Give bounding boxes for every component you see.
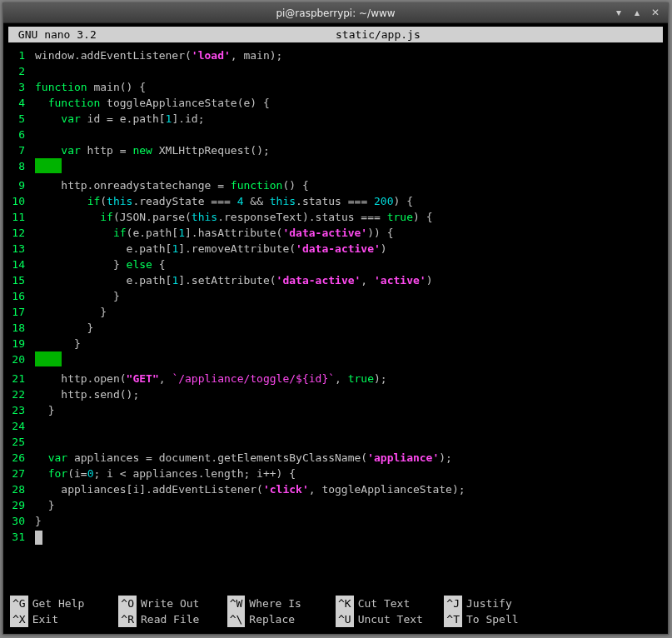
line-number: 2 — [8, 63, 27, 79]
code-text: } — [35, 320, 663, 336]
code-text — [35, 529, 663, 545]
shortcut-item[interactable]: ^WWhere Is — [227, 596, 336, 611]
terminal-body[interactable]: GNU nano 3.2 static/app.js 1 window.addE… — [3, 23, 668, 634]
code-text: } — [35, 336, 663, 351]
code-line: 30 } — [8, 513, 663, 529]
shortcut-key: ^X — [10, 611, 28, 627]
line-number: 21 — [8, 371, 27, 386]
gutter-separator — [27, 257, 35, 272]
code-text — [35, 434, 663, 450]
code-line: 25 — [8, 434, 663, 450]
code-text: http.open("GET", `/appliance/toggle/${id… — [35, 371, 663, 386]
code-text: function main() { — [35, 79, 663, 95]
code-line: 15 e.path[1].setAttribute('data-active',… — [8, 272, 663, 288]
code-line: 5 var id = e.path[1].id; — [8, 111, 663, 127]
code-line: 22 http.send(); — [8, 386, 663, 402]
shortcut-label: Justify — [466, 596, 512, 611]
trailing-space-highlight — [35, 158, 62, 173]
line-number: 23 — [8, 402, 27, 418]
close-icon[interactable]: ✕ — [648, 5, 663, 20]
code-text: } else { — [35, 257, 663, 272]
gutter-separator — [27, 529, 35, 545]
window-titlebar: pi@raspberrypi: ~/www ▾ ▴ ✕ — [3, 3, 668, 23]
code-line: 26 var appliances = document.getElements… — [8, 450, 663, 466]
line-number: 15 — [8, 272, 27, 288]
code-line: 1 window.addEventListener('load', main); — [8, 47, 663, 63]
line-number: 24 — [8, 418, 27, 434]
line-number: 31 — [8, 529, 27, 545]
code-line: 14 } else { — [8, 257, 663, 272]
line-number: 17 — [8, 304, 27, 320]
code-text: window.addEventListener('load', main); — [35, 47, 663, 63]
shortcut-key: ^W — [227, 596, 246, 611]
code-line: 8 — [8, 158, 663, 177]
editor-name: GNU nano 3.2 — [12, 27, 97, 42]
line-number: 29 — [8, 497, 27, 513]
line-number: 25 — [8, 434, 27, 450]
code-text: } — [35, 497, 663, 513]
shortcut-key: ^J — [444, 596, 462, 611]
minimize-icon[interactable]: ▾ — [611, 5, 626, 20]
code-line: 27 for(i=0; i < appliances.length; i++) … — [8, 466, 663, 481]
code-text: for(i=0; i < appliances.length; i++) { — [35, 466, 663, 481]
line-number: 8 — [8, 158, 27, 177]
code-text: if(this.readyState === 4 && this.status … — [35, 193, 663, 209]
code-text — [35, 158, 663, 177]
shortcut-item[interactable]: ^GGet Help — [10, 596, 118, 611]
gutter-separator — [27, 304, 35, 320]
line-number: 14 — [8, 257, 27, 272]
line-number: 10 — [8, 193, 27, 209]
gutter-separator — [27, 320, 35, 336]
gutter-separator — [27, 513, 35, 529]
line-number: 9 — [8, 177, 27, 193]
code-text: http.onreadystatechange = function() { — [35, 177, 663, 193]
shortcut-item[interactable]: ^UUncut Text — [336, 611, 444, 627]
maximize-icon[interactable]: ▴ — [630, 5, 645, 20]
line-number: 11 — [8, 209, 27, 225]
shortcut-item[interactable]: ^TTo Spell — [444, 611, 552, 627]
code-text: } — [35, 288, 663, 304]
gutter-separator — [27, 47, 35, 63]
shortcut-label: Uncut Text — [358, 611, 423, 627]
shortcut-item[interactable]: ^KCut Text — [336, 596, 444, 611]
code-line: 29 } — [8, 497, 663, 513]
code-line: 9 http.onreadystatechange = function() { — [8, 177, 663, 193]
gutter-separator — [27, 402, 35, 418]
code-line: 23 } — [8, 402, 663, 418]
shortcut-item[interactable]: ^XExit — [10, 611, 118, 627]
code-line: 21 http.open("GET", `/appliance/toggle/$… — [8, 371, 663, 386]
editor-content[interactable]: 1 window.addEventListener('load', main);… — [8, 42, 663, 596]
line-number: 1 — [8, 47, 27, 63]
shortcut-item[interactable]: ^RRead File — [118, 611, 226, 627]
shortcut-label: Read File — [141, 611, 199, 627]
line-number: 3 — [8, 79, 27, 95]
shortcut-key: ^R — [118, 611, 137, 627]
code-text: } — [35, 402, 663, 418]
shortcut-label: Where Is — [249, 596, 301, 611]
shortcut-item[interactable]: ^\Replace — [227, 611, 336, 627]
shortcut-key: ^K — [336, 596, 354, 611]
code-line: 13 e.path[1].removeAttribute('data-activ… — [8, 241, 663, 257]
line-number: 20 — [8, 351, 27, 371]
code-line: 16 } — [8, 288, 663, 304]
shortcut-item[interactable]: ^OWrite Out — [118, 596, 226, 611]
shortcut-item[interactable]: ^JJustify — [444, 596, 552, 611]
code-text: function toggleApplianceState(e) { — [35, 95, 663, 111]
file-name: static/app.js — [97, 27, 660, 42]
window-title: pi@raspberrypi: ~/www — [276, 7, 395, 19]
code-text — [35, 63, 663, 79]
code-line: 7 var http = new XMLHttpRequest(); — [8, 142, 663, 158]
gutter-separator — [27, 193, 35, 209]
gutter-separator — [27, 111, 35, 127]
code-text: var appliances = document.getElementsByC… — [35, 450, 663, 466]
shortcut-label: Cut Text — [358, 596, 411, 611]
line-number: 19 — [8, 336, 27, 351]
line-number: 4 — [8, 95, 27, 111]
line-number: 16 — [8, 288, 27, 304]
shortcut-label: To Spell — [466, 611, 519, 627]
gutter-separator — [27, 351, 35, 371]
gutter-separator — [27, 158, 35, 177]
code-line: 11 if(JSON.parse(this.responseText).stat… — [8, 209, 663, 225]
line-number: 18 — [8, 320, 27, 336]
shortcut-label: Exit — [32, 611, 58, 627]
